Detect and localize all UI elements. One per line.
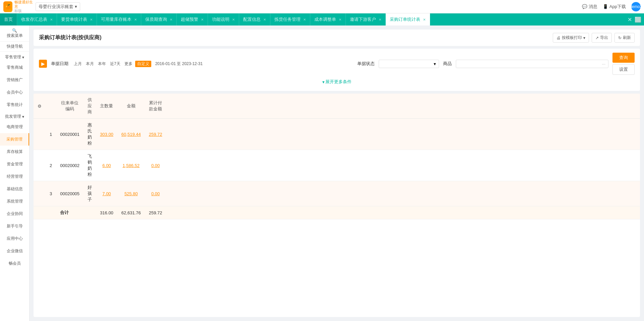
tab-function-desc[interactable]: 功能说明 ✕ [208, 13, 239, 25]
sidebar-item-ecommerce-mgmt[interactable]: 电商管理 [0, 121, 29, 133]
date-shortcut-this-year[interactable]: 本年 [97, 61, 107, 67]
sidebar-item-wholesale-mgmt[interactable]: 批发管理 ▾ [0, 111, 29, 121]
sidebar-item-inventory-check[interactable]: 库存核算 [0, 146, 29, 158]
col-amount: 金额 [117, 94, 145, 119]
goods-filter-input[interactable]: ··· [456, 60, 608, 68]
close-icon[interactable]: ✕ [50, 18, 53, 21]
row-settings [34, 119, 46, 150]
date-custom-tag[interactable]: 自定义 [135, 61, 151, 67]
close-tab-icon[interactable]: ✕ [628, 16, 632, 23]
tab-config-info[interactable]: 配置信息 ✕ [239, 13, 270, 25]
unit-code: 00020005 [56, 181, 84, 206]
footer-total-amount: 62,631.76 [117, 206, 145, 219]
sidebar-item-enterprise-collab[interactable]: 企业协同 [0, 208, 29, 220]
sidebar-item-member-center[interactable]: 会员中心 [0, 86, 29, 99]
tab-receive-summary[interactable]: 收发存汇总表 ✕ [17, 13, 57, 25]
close-icon[interactable]: ✕ [423, 18, 426, 21]
chevron-down-icon: ▾ [75, 4, 77, 9]
unit-code: 00020002 [56, 150, 84, 181]
sidebar-item-retail-stats[interactable]: 零售统计 [0, 99, 29, 111]
cumulative-paid: 259.72 [145, 119, 166, 150]
supplier: 飞鹤奶粉 [84, 150, 96, 181]
tab-invite-downstream[interactable]: 邀请下游客户 ✕ [346, 13, 386, 25]
sidebar-item-enterprise-wechat[interactable]: 企业微信 [0, 245, 29, 257]
main-qty: 7.00 [96, 181, 117, 206]
sidebar-item-purchase-mgmt[interactable]: 采购管理 [0, 133, 29, 146]
col-extra [166, 94, 640, 119]
sidebar-item-system-mgmt[interactable]: 系统管理 [0, 195, 29, 208]
sidebar-item-retail-store[interactable]: 零售商城 [0, 61, 29, 74]
sidebar-item-finance-mgmt[interactable]: 资金管理 [0, 158, 29, 170]
supplier: 惠氏奶粉 [84, 119, 96, 150]
close-icon[interactable]: ✕ [379, 18, 381, 21]
status-filter-select[interactable]: ▾ [379, 60, 439, 68]
tab-cost-adjust[interactable]: 成本调整单 ✕ [310, 13, 346, 25]
tab-available-stock[interactable]: 可用量库存账本 ✕ [97, 13, 141, 25]
date-shortcut-7days[interactable]: 近7天 [109, 61, 122, 67]
main-qty: 6.00 [96, 150, 117, 181]
close-icon[interactable]: ✕ [303, 18, 306, 21]
app-download-btn[interactable]: 📱 App下载 [603, 4, 626, 10]
tab-warranty[interactable]: 保质期查询 ✕ [141, 13, 177, 25]
tab-home[interactable]: 首页 [0, 13, 17, 25]
messages-btn[interactable]: 💬 消息 [582, 4, 597, 10]
top-bar-right: 💬 消息 📱 App下载 demo2 [582, 2, 641, 11]
row-num: 1 [46, 119, 56, 150]
sidebar-item-basic-info[interactable]: 基础信息 [0, 183, 29, 195]
sidebar-item-app-center[interactable]: 应用中心 [0, 232, 29, 245]
close-icon[interactable]: ✕ [201, 18, 204, 21]
tab-pick-task[interactable]: 拣货任务管理 ✕ [270, 13, 310, 25]
top-bar: 🍊 畅捷通好生意 标版 母婴行业演示账套 ▾ 💬 消息 📱 App下载 d [0, 0, 644, 13]
settings-icon[interactable]: ⚙ [38, 104, 42, 109]
table-row: 3 00020005 好孩子 7.00 525.80 0.00 [34, 181, 640, 206]
ellipsis-icon: ··· [602, 61, 605, 66]
amount: 525.80 [117, 181, 145, 206]
tab-goods-summary[interactable]: 要货单统计表 ✕ [57, 13, 97, 25]
date-shortcut-more[interactable]: 更多 [123, 61, 134, 67]
close-icon[interactable]: ✕ [339, 18, 341, 21]
close-icon[interactable]: ✕ [90, 18, 93, 21]
tab-overstock[interactable]: 超储预警 ✕ [177, 13, 208, 25]
expand-conditions-btn[interactable]: ▾ 展开更多条件 [322, 77, 352, 87]
workspace-selector[interactable]: 母婴行业演示账套 ▾ [36, 2, 80, 11]
sidebar-item-member-vip[interactable]: 畅会员 [0, 257, 29, 270]
query-button[interactable]: 查询 [612, 53, 635, 63]
close-icon[interactable]: ✕ [263, 18, 266, 21]
table-row: 2 00020002 飞鹤奶粉 6.00 1,586.52 0.00 [34, 150, 640, 181]
date-shortcut-last-month[interactable]: 上月 [72, 61, 83, 67]
chevron-down-icon: ▾ [583, 36, 585, 40]
sidebar-item-retail-mgmt[interactable]: 零售管理 ▾ [0, 52, 29, 61]
footer-total-qty: 316.00 [96, 206, 117, 219]
sidebar-item-marketing[interactable]: 营销推广 [0, 74, 29, 86]
filter-area: ▶ 单据日期 上月 本月 本年 近7天 更多 自定义 2016-01-01 至 … [34, 49, 640, 91]
maximize-icon[interactable]: ⬜ [635, 16, 641, 23]
refresh-button[interactable]: ↻ 刷新 [614, 33, 635, 43]
close-icon[interactable]: ✕ [170, 18, 172, 21]
col-cumulative-paid: 累计付款金额 [145, 94, 166, 119]
table-area: ⚙ 往来单位编码 供应商 主数量 金额 累计付款金额 [34, 94, 640, 317]
print-button[interactable]: 🖨 按模板打印 ▾ [553, 33, 589, 43]
date-shortcut-this-month[interactable]: 本月 [85, 61, 95, 67]
cumulative-paid: 0.00 [145, 181, 166, 206]
tab-purchase-summary[interactable]: 采购订单统计表 ✕ [386, 13, 430, 25]
amount: 60,519.44 [117, 119, 145, 150]
refresh-icon: ↻ [618, 36, 622, 40]
row-settings [34, 181, 46, 206]
data-table: ⚙ 往来单位编码 供应商 主数量 金额 累计付款金额 [34, 94, 640, 219]
settings-button[interactable]: 设置 [612, 64, 635, 75]
export-button[interactable]: ↗ 导出 [592, 33, 612, 43]
nav-tabs: 首页 收发存汇总表 ✕ 要货单统计表 ✕ 可用量库存账本 ✕ 保质期查询 ✕ 超… [0, 13, 644, 25]
main-wrapper: 🔍 搜索菜单 快捷导航 零售管理 ▾ 零售商城 营销推广 会员中心 零售统计 [0, 25, 644, 321]
footer-total-label: 合计 [56, 206, 96, 219]
sidebar-item-new-guide[interactable]: 新手引导 [0, 220, 29, 232]
sidebar-item-search[interactable]: 🔍 搜索菜单 [0, 25, 29, 42]
col-settings: ⚙ [34, 94, 46, 119]
expand-icon: ▾ [322, 79, 325, 85]
filter-toggle-btn[interactable]: ▶ [39, 60, 47, 68]
sidebar-item-quick-nav[interactable]: 快捷导航 [0, 42, 29, 52]
close-icon[interactable]: ✕ [232, 18, 235, 21]
expand-row: ▾ 展开更多条件 [39, 77, 635, 87]
avatar[interactable]: demo2 [631, 2, 641, 11]
close-icon[interactable]: ✕ [134, 18, 137, 21]
sidebar-item-operations-mgmt[interactable]: 经营管理 [0, 170, 29, 183]
